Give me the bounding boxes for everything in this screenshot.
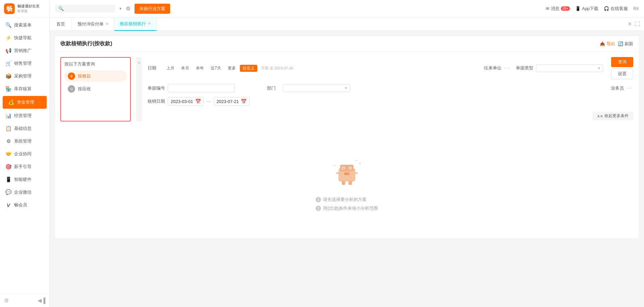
export-icon: 📤 [600,41,605,46]
online-service-label: 在线客服 [610,6,628,12]
inventory-icon: 🏪 [5,86,11,92]
header-gear-icon[interactable]: ⚙ [126,5,130,12]
collapse-sidebar-icon[interactable]: ◀▐ [38,297,45,304]
sidebar-item-guide[interactable]: 🎯 新手引导 [0,160,49,173]
top-header: 🔍 ▾ ⚙ 休验行业方案 ✉ 消息 99+ 📱 App下载 🎧 在线客服 Rit [50,0,644,17]
department-label: 部门 [267,85,280,91]
sidebar-item-marketing[interactable]: 📢 营销推广 [0,44,49,57]
filter-row-3: 核销日期 2023-03-01 📅 — 2023-07-21 📅 [148,97,633,106]
tab-close-all-icon[interactable]: ✕ [628,21,632,27]
counterparty-dots[interactable]: ··· [504,65,511,71]
sidebar-label-purchase: 采购管理 [14,73,32,79]
empty-state: ✦ ✦ ✦ 1 请先选择要分析的方案 2 用[过滤]条件来缩小分析范围 [55,130,639,238]
header-search-bar[interactable]: 🔍 [55,5,115,12]
enterprise-icon: 🤝 [5,151,11,157]
sidebar-item-basic-info[interactable]: 📋 基础信息 [0,122,49,135]
app-logo: 畅 畅捷通好生意 标准版 [0,0,49,17]
date-quick-buttons: 上月 本月 本年 近7天 更多 自定义 [164,65,257,72]
sidebar-label-quick-nav: 快捷导航 [14,35,32,41]
user-name[interactable]: Rit [633,6,639,11]
tip-text-2: 用[过滤]条件来缩小分析范围 [323,205,378,211]
page-title-actions: 📤 导出 🔄 刷新 [600,41,633,47]
writeoff-date-start-input[interactable]: 2023-03-01 📅 [168,97,204,106]
collapse-more-label: 收起更多条件 [604,113,629,119]
sidebar-item-finance[interactable]: 💰 资金管理 [3,96,47,109]
sidebar-label-wechat: 企业微信 [14,189,32,195]
online-service-button[interactable]: 🎧 在线客服 [604,6,628,12]
page-content: 收款核销执行(按收款) 📤 导出 🔄 刷新 按以下方案查询 [50,31,644,307]
sidebar-item-quick-nav[interactable]: ⚡ 快捷导航 [0,32,49,44]
by-receipt-icon: ¥ [68,72,75,80]
tab-receipt-writeoff[interactable]: 收款核销执行 ✕ [114,17,157,31]
salesperson-filter-group: 业务员 ··· [611,85,633,91]
bill-no-input[interactable] [168,84,235,92]
main-area: 🔍 ▾ ⚙ 休验行业方案 ✉ 消息 99+ 📱 App下载 🎧 在线客服 Rit [50,0,644,307]
sidebar-item-system[interactable]: ⚙ 系统管理 [0,135,49,148]
date-range-separator: — [207,99,211,104]
app-download-label: App下载 [582,6,598,12]
filter-option-by-receivable[interactable]: ⊙ 按应收 [64,83,127,95]
by-receivable-icon: ⊙ [68,85,75,93]
tab-prepay-close-icon[interactable]: ✕ [106,22,109,26]
writeoff-date-range: 2023-03-01 📅 — 2023-07-21 📅 [168,97,250,106]
message-icon: ✉ [546,6,549,11]
page-title: 收款核销执行(按收款) [60,40,112,47]
filter-row-2: 单据编号 部门 ▾ 业务员 ··· [148,84,633,92]
filter-panel: 按以下方案查询 ¥ 按收款 ⊙ 按应收 « [55,52,639,127]
date-custom-btn[interactable]: 自定义 [240,65,257,72]
sidebar-item-search-menu[interactable]: 🔍 搜索菜单 [0,19,49,32]
export-button[interactable]: 📤 导出 [600,41,615,47]
sidebar-item-operation[interactable]: 📊 经营管理 [0,109,49,122]
department-select[interactable]: ▾ [283,84,350,92]
refresh-button[interactable]: 🔄 刷新 [618,41,633,47]
date-more-btn[interactable]: 更多 [225,65,238,72]
bill-type-arrow-icon: ▾ [598,66,600,70]
tab-receipt-writeoff-close-icon[interactable]: ✕ [148,21,151,26]
bill-type-select[interactable]: ▾ [536,64,603,72]
query-button[interactable]: 查询 [611,57,633,67]
sidebar-nav: 🔍 搜索菜单 ⚡ 快捷导航 📢 营销推广 🛒 销售管理 📦 采购管理 🏪 库存核… [0,17,49,294]
sidebar-label-system: 系统管理 [14,138,32,144]
sidebar-item-hardware[interactable]: 📱 智能硬件 [0,173,49,186]
app-download-button[interactable]: 📱 App下载 [575,6,598,12]
date-7days-btn[interactable]: 近7天 [208,65,224,72]
date-this-month-btn[interactable]: 本月 [178,65,192,72]
guide-icon: 🎯 [5,164,11,170]
sidebar-item-inventory[interactable]: 🏪 库存核算 [0,83,49,95]
sidebar-item-sales[interactable]: 🛒 销售管理 [0,57,49,70]
sidebar-label-marketing: 营销推广 [14,48,32,54]
salesperson-dots[interactable]: ··· [627,85,633,91]
filter-option-by-receipt[interactable]: ¥ 按收款 [64,70,127,82]
app-name: 畅捷通好生意 [17,4,40,8]
writeoff-date-end-input[interactable]: 2023-07-21 📅 [214,97,250,106]
tab-expand-icon[interactable]: ⛶ [635,21,640,27]
sidebar-item-enterprise[interactable]: 🤝 企业协同 [0,148,49,160]
system-icon: ⚙ [5,138,11,144]
wechat-icon: 💬 [5,189,11,195]
message-label: 消息 [551,6,559,12]
header-chevron-icon[interactable]: ▾ [119,6,122,11]
date-no-limit-text: 不限 至 2023-07-26 [261,66,293,71]
date-filter-group: 日期 上月 本月 本年 近7天 更多 自定义 不限 至 2023-07-26 [148,65,293,72]
date-this-year-btn[interactable]: 本年 [193,65,207,72]
hardware-icon: 📱 [5,176,11,183]
search-menu-icon: 🔍 [5,22,11,28]
sidebar-item-purchase[interactable]: 📦 采购管理 [0,70,49,83]
industry-button[interactable]: 休验行业方案 [135,4,170,14]
svg-text:✦: ✦ [359,162,361,165]
sidebar-item-member[interactable]: V 畅会员 [0,199,49,211]
tab-home[interactable]: 首页 [50,17,72,31]
empty-tip-1: 1 请先选择要分析的方案 [316,197,378,203]
svg-text:✦: ✦ [333,164,336,167]
collapse-filter-button[interactable]: « [136,57,142,121]
collapse-more-button[interactable]: ∧∧ 收起更多条件 [592,112,633,120]
date-last-month-btn[interactable]: 上月 [164,65,177,72]
sidebar-item-wechat[interactable]: 💬 企业微信 [0,186,49,199]
sidebar-label-sales: 销售管理 [14,60,32,66]
settings-button[interactable]: 设置 [611,68,633,79]
message-button[interactable]: ✉ 消息 99+ [546,6,570,12]
tab-prepay[interactable]: 预付冲应付单 ✕ [72,17,114,31]
settings-icon[interactable]: ⚙ [4,297,9,304]
calendar-start-icon: 📅 [195,99,201,104]
tab-prepay-label: 预付冲应付单 [77,21,104,27]
